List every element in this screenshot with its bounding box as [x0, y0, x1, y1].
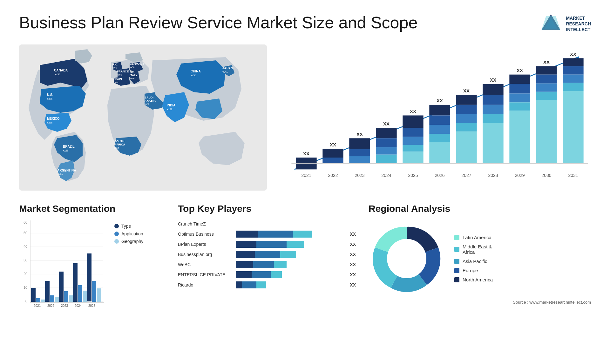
svg-rect-99 [563, 66, 583, 75]
legend-label: Latin America [463, 235, 491, 240]
logo-line2: RESEARCH [566, 21, 591, 27]
svg-text:xx%: xx% [130, 66, 134, 69]
legend-application-dot [114, 232, 119, 236]
logo-line3: INTELLECT [566, 27, 591, 32]
svg-text:xx%: xx% [63, 149, 68, 152]
svg-rect-81 [483, 123, 503, 164]
svg-text:xx%: xx% [47, 97, 52, 100]
svg-rect-66 [429, 134, 450, 142]
svg-text:XX: XX [383, 121, 390, 126]
svg-text:10: 10 [24, 286, 27, 289]
bar-seg2 [258, 231, 293, 238]
svg-rect-45 [349, 138, 370, 149]
svg-text:2026: 2026 [435, 173, 444, 178]
svg-marker-2 [541, 16, 560, 30]
player-row: Crunch TimeZ [178, 220, 356, 227]
player-name: BPlan Experts [178, 242, 232, 247]
player-bar-container [236, 251, 343, 258]
legend-label: North America [463, 277, 493, 282]
svg-text:xx%: xx% [113, 81, 118, 84]
svg-rect-87 [509, 102, 530, 111]
legend-geography-dot [114, 239, 119, 244]
player-value: XX [350, 242, 356, 247]
svg-text:2025: 2025 [408, 173, 418, 178]
svg-rect-74 [456, 131, 477, 164]
svg-rect-51 [376, 138, 396, 147]
legend-label: Europe [463, 268, 478, 273]
svg-text:40: 40 [24, 245, 27, 248]
legend-type-dot [114, 224, 119, 228]
svg-text:xx%: xx% [222, 71, 228, 74]
player-bar [236, 251, 343, 258]
bar-seg2 [253, 261, 274, 268]
bar-seg1 [236, 271, 252, 278]
svg-rect-98 [563, 58, 583, 66]
svg-rect-139 [97, 288, 101, 302]
svg-text:AFRICA: AFRICA [114, 143, 125, 146]
bar-seg1 [236, 261, 253, 268]
segmentation-section: Market Segmentation 0 10 20 30 40 50 60 [19, 203, 165, 337]
svg-rect-95 [536, 100, 557, 164]
svg-text:U.K.: U.K. [112, 63, 118, 66]
svg-rect-67 [429, 142, 450, 163]
svg-text:xx%: xx% [145, 103, 149, 105]
svg-text:FRANCE: FRANCE [117, 70, 129, 73]
player-bar [236, 241, 343, 248]
svg-rect-138 [92, 281, 96, 302]
player-bar [236, 271, 343, 278]
header: Business Plan Review Service Market Size… [19, 13, 591, 35]
legend-type: Type [114, 224, 143, 229]
legend-color [454, 277, 459, 282]
player-bar-container [236, 231, 343, 238]
logo-text: MARKET RESEARCH INTELLECT [566, 15, 591, 33]
key-players-section: Top Key Players Crunch TimeZ Optimus Bus… [178, 203, 356, 337]
player-bar [236, 261, 343, 268]
svg-text:GERMANY: GERMANY [130, 62, 144, 65]
svg-text:20: 20 [24, 272, 27, 276]
svg-rect-78 [483, 95, 503, 105]
svg-rect-41 [322, 149, 343, 158]
bar-seg2 [255, 251, 280, 258]
svg-point-142 [387, 239, 426, 278]
player-value: XX [350, 262, 356, 267]
svg-text:BRAZIL: BRAZIL [63, 145, 75, 148]
legend-north-america: North America [454, 277, 493, 282]
legend-geography: Geography [114, 239, 143, 244]
svg-text:XX: XX [410, 109, 416, 114]
svg-rect-71 [456, 105, 477, 114]
donut-container: Latin America Middle East &Africa Asia P… [369, 220, 591, 297]
bar-seg1 [236, 251, 255, 258]
page-title: Business Plan Review Service Market Size… [19, 13, 417, 32]
svg-text:2029: 2029 [515, 173, 525, 178]
svg-rect-56 [403, 115, 423, 128]
bar-seg3 [287, 241, 304, 248]
bar-seg3 [256, 281, 266, 288]
svg-text:xx%: xx% [130, 77, 134, 80]
bar-seg2 [242, 281, 256, 288]
svg-text:SOUTH: SOUTH [114, 140, 125, 143]
bar-seg3 [274, 261, 287, 268]
svg-text:2025: 2025 [88, 304, 96, 307]
player-bar [236, 231, 343, 238]
svg-rect-58 [403, 137, 423, 145]
player-value: XX [350, 272, 356, 277]
svg-text:CHINA: CHINA [191, 70, 201, 73]
svg-rect-88 [509, 111, 530, 164]
svg-rect-84 [509, 75, 530, 84]
player-name: Ricardo [178, 282, 232, 287]
svg-text:XX: XX [463, 88, 470, 93]
regional-title: Regional Analysis [369, 203, 591, 214]
legend-label: Asia Pacific [463, 259, 487, 264]
player-row: BPlan Experts XX [178, 241, 356, 248]
logo-line1: MARKET [566, 15, 591, 21]
top-section: CANADA xx% U.S. xx% MEXICO xx% BRAZIL xx… [19, 44, 591, 191]
svg-rect-137 [87, 253, 92, 301]
player-name: Optimus Business [178, 232, 232, 237]
svg-rect-50 [376, 128, 396, 138]
svg-rect-70 [456, 95, 477, 105]
key-players-title: Top Key Players [178, 203, 356, 214]
svg-text:xx%: xx% [167, 108, 172, 111]
player-bar-container [236, 220, 349, 227]
svg-text:60: 60 [24, 220, 27, 224]
legend-label: Middle East &Africa [463, 244, 492, 255]
